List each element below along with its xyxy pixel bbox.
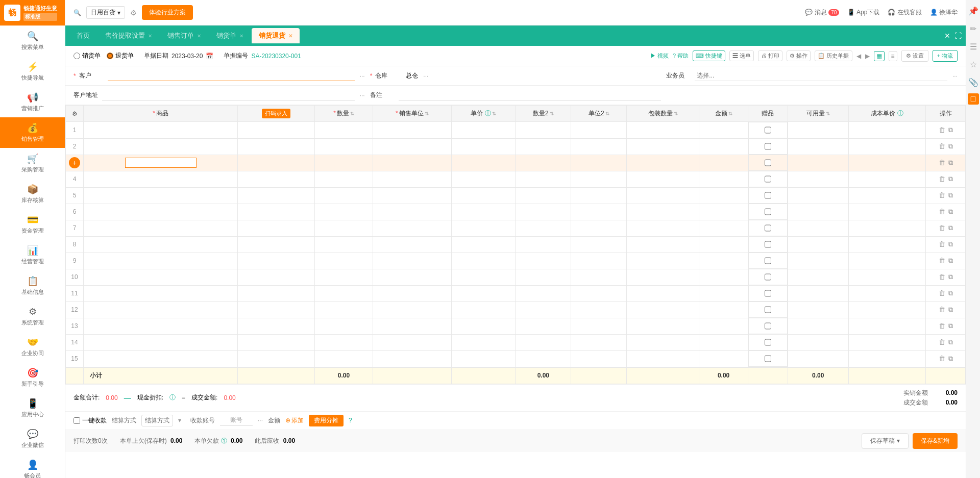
row-cost-10[interactable] (848, 269, 926, 285)
delete-icon-14[interactable]: 🗑 (939, 338, 945, 346)
tab-fullscreen-icon[interactable]: ⛶ (954, 32, 962, 40)
warehouse-dots[interactable]: ··· (423, 72, 428, 80)
row-amount-5[interactable] (699, 187, 748, 204)
row-unit-12[interactable] (373, 301, 451, 318)
gift-check-9[interactable] (765, 255, 771, 266)
copy-icon-6[interactable]: ⧉ (948, 208, 953, 216)
row-qty-9[interactable] (315, 253, 373, 269)
row-gift-13[interactable] (748, 318, 787, 334)
row-unit2-4[interactable] (571, 171, 627, 187)
payment-dropdown-icon[interactable]: ▾ (178, 417, 181, 424)
gift-check-1[interactable] (765, 124, 771, 136)
row-gift-4[interactable] (748, 171, 787, 187)
rp-list-icon[interactable]: ☰ (968, 40, 979, 54)
row-pack-11[interactable] (627, 285, 699, 301)
sidebar-item-系统管理[interactable]: ⚙系统管理 (0, 301, 65, 332)
row-pack-9[interactable] (627, 253, 699, 269)
row-unit-14[interactable] (373, 334, 451, 350)
row-price-11[interactable] (452, 285, 516, 301)
delete-icon-4[interactable]: 🗑 (939, 175, 945, 183)
delete-icon-15[interactable]: 🗑 (939, 355, 945, 363)
sidebar-item-搜索菜单[interactable]: 🔍搜索菜单 (0, 26, 65, 56)
row-qty2-1[interactable] (516, 122, 571, 139)
row-product-1[interactable] (84, 122, 238, 139)
row-avail-5[interactable] (788, 187, 848, 204)
info-discount-icon[interactable]: ⓘ (169, 393, 176, 402)
topbar-search[interactable]: 🔍 (74, 9, 81, 16)
topbar-gear-icon[interactable]: ⚙ (130, 9, 137, 17)
gift-check-15[interactable] (765, 353, 771, 364)
table-gear-icon[interactable]: ⚙ (72, 110, 78, 117)
customer-dots[interactable]: ··· (360, 72, 365, 80)
expense-info-icon[interactable]: ? (349, 417, 352, 424)
row-qty-13[interactable] (315, 318, 373, 334)
copy-icon-7[interactable]: ⧉ (948, 224, 953, 232)
row-product-6[interactable] (84, 204, 238, 220)
row-unit-11[interactable] (373, 285, 451, 301)
row-avail-9[interactable] (788, 253, 848, 269)
row-pack-6[interactable] (627, 204, 699, 220)
sidebar-item-经营管理[interactable]: 📊经营管理 (0, 240, 65, 270)
gift-check-4[interactable] (765, 173, 771, 185)
grid-view-icon[interactable]: ▦ (874, 51, 885, 61)
sidebar-item-畅会员[interactable]: 👤畅会员 (0, 454, 65, 478)
row-qty2-3[interactable] (516, 155, 571, 171)
row-gift-9[interactable] (748, 253, 787, 269)
row-amount-9[interactable] (699, 253, 748, 269)
row-cost-15[interactable] (848, 350, 926, 367)
one-click-checkbox[interactable] (74, 417, 80, 424)
row-price-9[interactable] (452, 253, 516, 269)
row-pack-15[interactable] (627, 350, 699, 367)
row-unit-6[interactable] (373, 204, 451, 220)
row-price-12[interactable] (452, 301, 516, 318)
row-cost-14[interactable] (848, 334, 926, 350)
delete-icon-12[interactable]: 🗑 (939, 306, 945, 314)
row-product-5[interactable] (84, 187, 238, 204)
row-unit2-15[interactable] (571, 350, 627, 367)
row-amount-13[interactable] (699, 318, 748, 334)
row-qty2-10[interactable] (516, 269, 571, 285)
gift-check-5[interactable] (765, 190, 771, 201)
tab-close-3[interactable]: ✕ (239, 33, 243, 39)
row-price-3[interactable] (452, 155, 516, 171)
row-unit2-14[interactable] (571, 334, 627, 350)
row-price-8[interactable] (452, 236, 516, 253)
copy-icon-5[interactable]: ⧉ (948, 191, 953, 199)
address-dots[interactable]: ··· (360, 92, 365, 99)
row-amount-3[interactable] (699, 155, 748, 171)
delete-icon-10[interactable]: 🗑 (939, 273, 945, 281)
print-btn[interactable]: 🖨 打印 (758, 51, 782, 61)
delete-icon-8[interactable]: 🗑 (939, 240, 945, 248)
row-unit-9[interactable] (373, 253, 451, 269)
row-gift-6[interactable] (748, 204, 787, 220)
copy-icon-2[interactable]: ⧉ (948, 142, 953, 150)
row-gift-11[interactable] (748, 285, 787, 301)
sidebar-item-库存核算[interactable]: 📦库存核算 (0, 179, 65, 209)
row-gift-12[interactable] (748, 301, 787, 318)
row-pack-5[interactable] (627, 187, 699, 204)
expense-split-btn[interactable]: 费用分摊 (309, 415, 344, 426)
row-unit2-5[interactable] (571, 187, 627, 204)
row-unit2-11[interactable] (571, 285, 627, 301)
product-input-3[interactable] (125, 158, 197, 168)
row-amount-11[interactable] (699, 285, 748, 301)
copy-icon-10[interactable]: ⧉ (948, 273, 953, 281)
gift-check-7[interactable] (765, 222, 771, 234)
row-avail-14[interactable] (788, 334, 848, 350)
row-price-13[interactable] (452, 318, 516, 334)
row-gift-10[interactable] (748, 269, 787, 285)
row-pack-12[interactable] (627, 301, 699, 318)
row-qty-6[interactable] (315, 204, 373, 220)
gift-check-13[interactable] (765, 320, 771, 332)
row-qty2-9[interactable] (516, 253, 571, 269)
copy-icon-13[interactable]: ⧉ (948, 322, 953, 330)
rp-orange-icon[interactable]: □ (968, 93, 979, 105)
app-download-item[interactable]: 📱 App下载 (847, 8, 879, 17)
row-cost-12[interactable] (848, 301, 926, 318)
nav-next-icon[interactable]: ▶ (865, 53, 870, 60)
type-sale-radio[interactable]: 销货单 (74, 52, 101, 60)
copy-icon-15[interactable]: ⧉ (948, 355, 953, 363)
row-qty2-8[interactable] (516, 236, 571, 253)
row-product-10[interactable] (84, 269, 238, 285)
address-input[interactable] (102, 90, 355, 100)
